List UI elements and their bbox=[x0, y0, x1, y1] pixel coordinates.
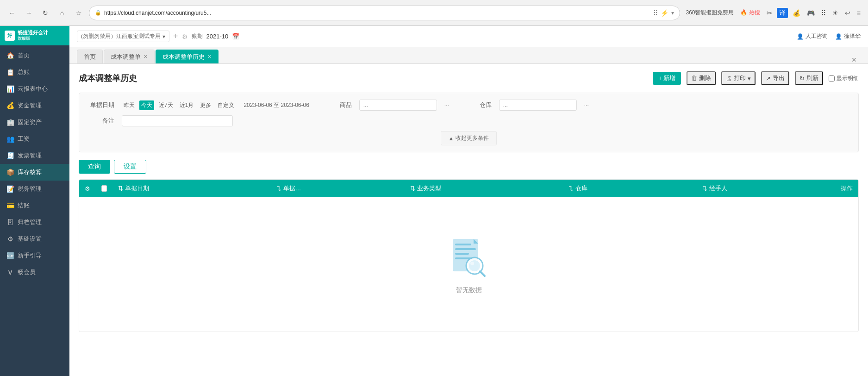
sidebar-item-label: 税务管理 bbox=[18, 185, 42, 193]
company-name: (勿删勿禁用）江西服宝测试专用 bbox=[81, 32, 161, 40]
tab-adjust-history-close[interactable]: ✕ bbox=[207, 54, 212, 60]
th-check[interactable] bbox=[96, 185, 112, 192]
sidebar-item-guide[interactable]: 🆕 新手引导 bbox=[0, 247, 69, 264]
print-icon: 🖨 bbox=[726, 75, 732, 82]
page-actions: + 新增 🗑 删除 🖨 打印 ▾ ↗ 导出 ↻ 刷新 bbox=[653, 71, 859, 85]
tab-adjust-label: 成本调整单 bbox=[111, 53, 141, 61]
one-month-btn[interactable]: 近1月 bbox=[178, 100, 196, 110]
warehouse-input[interactable] bbox=[499, 100, 577, 111]
add-company-btn[interactable]: + bbox=[173, 31, 178, 41]
th-no[interactable]: ⇅ 单据… bbox=[271, 184, 405, 193]
sidebar-item-payroll[interactable]: 👥 工资 bbox=[0, 131, 69, 147]
inventory-icon: 📦 bbox=[6, 169, 14, 176]
date-label: 单据日期 bbox=[88, 101, 114, 109]
sun-icon[interactable]: ☀ bbox=[831, 8, 840, 18]
wallet-icon[interactable]: 💰 bbox=[791, 8, 802, 18]
company-dropdown-icon: ▾ bbox=[162, 33, 165, 40]
company-selector[interactable]: (勿删勿禁用）江西服宝测试专用 ▾ bbox=[77, 31, 169, 42]
sidebar-item-settings[interactable]: ⚙ 基础设置 bbox=[0, 231, 69, 247]
dropdown-icon[interactable]: ▾ bbox=[671, 10, 674, 16]
address-bar[interactable]: 🔒 https://cloud.chanjet.com/accounting/u… bbox=[89, 6, 680, 20]
tab-home[interactable]: 首页 bbox=[77, 50, 103, 63]
goods-more[interactable]: ··· bbox=[444, 102, 449, 108]
custom-btn[interactable]: 自定义 bbox=[216, 100, 236, 110]
goods-label: 商品 bbox=[326, 101, 352, 109]
grid-icon[interactable]: ⠿ bbox=[819, 8, 828, 18]
settings-icon: ⚙ bbox=[6, 235, 14, 243]
tax-icon: 📝 bbox=[6, 185, 14, 193]
undo-icon[interactable]: ↩ bbox=[843, 8, 852, 18]
sidebar-item-funds[interactable]: 💰 资金管理 bbox=[0, 97, 69, 114]
sidebar-item-tax[interactable]: 📝 税务管理 bbox=[0, 181, 69, 197]
warehouse-more[interactable]: ··· bbox=[584, 102, 589, 108]
sidebar-item-assets[interactable]: 🏢 固定资产 bbox=[0, 114, 69, 131]
seven-days-btn[interactable]: 近7天 bbox=[157, 100, 175, 110]
yesterday-btn[interactable]: 昨天 bbox=[122, 100, 137, 110]
sidebar-item-inventory[interactable]: 📦 库存核算 bbox=[0, 164, 69, 181]
delete-button[interactable]: 🗑 删除 bbox=[687, 71, 716, 85]
close-all-btn[interactable]: ✕ bbox=[848, 56, 861, 63]
translate-icon[interactable]: 译 bbox=[777, 8, 788, 18]
goods-input[interactable] bbox=[359, 100, 437, 111]
export-button[interactable]: ↗ 导出 bbox=[761, 71, 789, 85]
calendar-icon[interactable]: 📅 bbox=[232, 33, 239, 40]
sidebar-item-vip[interactable]: V 畅会员 bbox=[0, 264, 69, 281]
more-btn[interactable]: 更多 bbox=[198, 100, 213, 110]
th-ops: 操作 bbox=[831, 184, 858, 193]
menu-icon[interactable]: ≡ bbox=[855, 8, 862, 18]
th-warehouse[interactable]: ⇅ 仓库 bbox=[563, 184, 697, 193]
sidebar-item-label: 归档管理 bbox=[18, 218, 42, 226]
user-link[interactable]: 👤 徐泽华 bbox=[835, 32, 861, 40]
sidebar-item-settle[interactable]: 💳 结账 bbox=[0, 197, 69, 214]
forward-button[interactable]: → bbox=[22, 6, 35, 19]
game-icon[interactable]: 🎮 bbox=[805, 8, 817, 18]
settings-btn[interactable]: ⚙ bbox=[182, 33, 188, 40]
new-button[interactable]: + 新增 bbox=[653, 72, 681, 85]
th-date[interactable]: ⇅ 单据日期 bbox=[112, 184, 271, 193]
tab-adjust-history[interactable]: 成本调整单历史 ✕ bbox=[156, 50, 219, 63]
refresh-button[interactable]: ↻ 刷新 bbox=[795, 71, 823, 85]
sidebar-item-ledger[interactable]: 📋 总账 bbox=[0, 64, 69, 81]
scissors-icon[interactable]: ✂ bbox=[765, 8, 774, 18]
svg-rect-2 bbox=[455, 248, 476, 250]
display-detail-checkbox[interactable] bbox=[829, 75, 835, 81]
th-gear[interactable]: ⚙ bbox=[79, 185, 96, 192]
select-all-checkbox[interactable] bbox=[101, 185, 107, 192]
sidebar-item-reports[interactable]: 📊 云报表中心 bbox=[0, 81, 69, 97]
sidebar-item-label: 首页 bbox=[18, 51, 30, 60]
sidebar: 好 畅捷通好会计 旗舰版 🏠 首页 📋 总账 📊 云报表中心 💰 资金管理 bbox=[0, 26, 69, 376]
browser-chrome: ← → ↻ ⌂ ☆ 🔒 https://cloud.chanjet.com/ac… bbox=[0, 0, 868, 26]
logo-text-group: 畅捷通好会计 旗舰版 bbox=[18, 30, 48, 42]
query-button[interactable]: 查询 bbox=[79, 160, 110, 174]
period-value: 2021-10 bbox=[206, 33, 229, 40]
svg-rect-3 bbox=[455, 253, 469, 255]
th-date-label: ⇅ 单据日期 bbox=[118, 184, 149, 193]
support-link[interactable]: 👤 人工咨询 bbox=[797, 32, 828, 40]
th-type[interactable]: ⇅ 业务类型 bbox=[405, 184, 563, 193]
table-header: ⚙ ⇅ 单据日期 ⇅ 单据… ⇅ 业务类型 ⇅ 仓库 bbox=[79, 180, 858, 197]
print-button[interactable]: 🖨 打印 ▾ bbox=[721, 71, 756, 85]
home-icon: 🏠 bbox=[6, 52, 14, 59]
back-button[interactable]: ← bbox=[6, 6, 19, 19]
bolt-icon: ⚡ bbox=[661, 9, 668, 17]
sidebar-item-label: 库存核算 bbox=[18, 168, 42, 176]
empty-icon bbox=[446, 234, 492, 281]
sidebar-item-invoice[interactable]: 🧾 发票管理 bbox=[0, 147, 69, 164]
filter-date-group: 昨天 今天 近7天 近1月 更多 自定义 bbox=[122, 100, 236, 110]
home-button[interactable]: ⌂ bbox=[56, 6, 69, 19]
th-person[interactable]: ⇅ 经手人 bbox=[697, 184, 831, 193]
sidebar-item-home[interactable]: 🏠 首页 bbox=[0, 47, 69, 64]
today-btn[interactable]: 今天 bbox=[139, 100, 154, 110]
sidebar-item-archive[interactable]: 🗄 归档管理 bbox=[0, 214, 69, 231]
sidebar-item-label: 工资 bbox=[18, 135, 30, 143]
filter-row-note: 备注 bbox=[88, 115, 849, 126]
tab-adjust[interactable]: 成本调整单 ✕ bbox=[104, 50, 155, 63]
print-label: 打印 bbox=[734, 74, 746, 82]
setting-button[interactable]: 设置 bbox=[114, 160, 146, 174]
top-bar: (勿删勿禁用）江西服宝测试专用 ▾ + ⚙ 账期 2021-10 📅 👤 人工咨… bbox=[69, 26, 868, 47]
collapse-btn[interactable]: ▲ 收起更多条件 bbox=[441, 131, 497, 145]
star-button[interactable]: ☆ bbox=[72, 6, 85, 19]
tab-adjust-close[interactable]: ✕ bbox=[144, 54, 148, 60]
refresh-button[interactable]: ↻ bbox=[39, 6, 52, 19]
note-input[interactable] bbox=[122, 115, 233, 126]
